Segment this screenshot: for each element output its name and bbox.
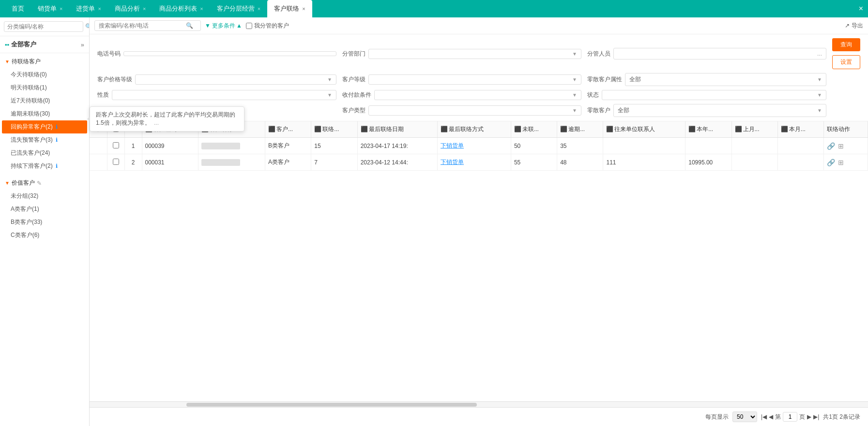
search-box: 🔍	[94, 20, 201, 31]
sidebar-search-button[interactable]: 🔍	[85, 23, 90, 30]
horizontal-scrollbar[interactable]	[90, 401, 868, 407]
page-number-input[interactable]	[783, 412, 797, 422]
dept-filter-row: 分管部门 ▼	[342, 38, 581, 69]
sidebar-pending-title[interactable]: ▼ 待联络客户	[0, 55, 89, 68]
customer-type-dropdown[interactable]: ▼	[368, 105, 581, 116]
table-row: 2 000031 A类客户 7	[90, 154, 868, 171]
link-icon[interactable]: 🔗	[827, 142, 835, 150]
td-unread: 55	[511, 154, 557, 171]
close-icon[interactable]: ×	[200, 6, 203, 12]
grid-icon[interactable]: ⊞	[838, 159, 844, 166]
nav-product-analysis-list[interactable]: 商品分析列表 ×	[152, 0, 210, 17]
td-last-date: 2023-04-12 14:44:	[357, 154, 437, 171]
th-contact-count: ⬛联络...	[311, 121, 357, 138]
person-field[interactable]: ...	[613, 48, 826, 59]
close-active-icon[interactable]: ×	[302, 6, 305, 12]
info-icon[interactable]: ℹ	[56, 124, 58, 130]
td-last-method: 下销货单	[438, 154, 511, 171]
edit-icon[interactable]: ✎	[37, 180, 42, 187]
td-settings	[90, 154, 107, 171]
close-icon[interactable]: ×	[60, 6, 62, 12]
retail-customer-label: 零散客户	[587, 106, 610, 115]
th-category: ⬛客户...	[265, 121, 311, 138]
next-page-button[interactable]: ▶	[807, 413, 811, 420]
gender-dropdown[interactable]: ▼	[112, 90, 336, 100]
grid-icon[interactable]: ⊞	[838, 142, 844, 150]
payment-dropdown[interactable]: ▼	[374, 90, 581, 100]
sidebar-class-a[interactable]: A类客户(1)	[0, 203, 89, 216]
close-icon[interactable]: ×	[258, 6, 260, 12]
my-customers-filter[interactable]: 我分管的客户	[246, 22, 289, 30]
customer-level-dropdown[interactable]: ▼	[368, 74, 581, 85]
dept-dropdown[interactable]: ▼	[368, 49, 581, 59]
td-contact-count: 15	[311, 138, 357, 154]
chevron-down-icon: ▼	[817, 77, 822, 82]
prev-page-button[interactable]: ◀	[769, 413, 773, 420]
phone-input-field[interactable]	[123, 51, 336, 56]
search-input[interactable]	[99, 22, 186, 29]
last-page-button[interactable]: ▶|	[813, 413, 819, 420]
sidebar-tomorrow-pending[interactable]: 明天待联络(1)	[0, 81, 89, 94]
nav-sales-order[interactable]: 销货单 ×	[31, 0, 69, 17]
sidebar-value-title[interactable]: ▼ 价值客户 ✎	[0, 176, 89, 190]
td-contact-count: 7	[311, 154, 357, 171]
more-conditions-button[interactable]: ▼ 更多条件 ▲	[205, 22, 242, 30]
export-button[interactable]: ↗ 导出	[845, 22, 863, 30]
sidebar-ungrouped[interactable]: 未分组(32)	[0, 190, 89, 203]
retail-attr-dropdown[interactable]: 全部 ▼	[625, 73, 826, 86]
sidebar-pending-section: ▼ 待联络客户 今天待联络(0) 明天待联络(1) 近7天待联络(0) 逾期未联…	[0, 53, 89, 175]
info-icon[interactable]: ℹ	[56, 137, 58, 143]
close-icon[interactable]: ×	[98, 6, 101, 12]
nav-product-analysis[interactable]: 商品分析 ×	[108, 0, 152, 17]
status-label: 状态	[587, 91, 599, 99]
close-icon[interactable]: ×	[143, 6, 146, 12]
search-icon[interactable]: 🔍	[186, 22, 193, 29]
right-content: 🔍 ▼ 更多条件 ▲ 我分管的客户 ↗ 导出 电话号码	[90, 17, 868, 426]
sidebar-overdue-contact[interactable]: 逾期未联络(30)	[0, 107, 89, 120]
phone-filter-row: 电话号码	[97, 38, 336, 69]
info-icon[interactable]: ℹ	[56, 163, 58, 169]
th-last-method: ⬛最后联络方式	[438, 121, 511, 138]
sidebar-all-customers[interactable]: ▪▪ 全部客户 »	[0, 36, 89, 53]
sidebar-today-pending[interactable]: 今天待联络(0)	[0, 68, 89, 81]
td-overdue: 35	[557, 138, 603, 154]
settings-button[interactable]: 设置	[832, 55, 860, 69]
row-checkbox[interactable]	[113, 142, 119, 148]
nav-customer-segment[interactable]: 客户分层经营 ×	[210, 0, 267, 17]
per-page-select[interactable]: 50 20 100	[732, 411, 757, 422]
scrollbar-thumb[interactable]	[186, 403, 477, 407]
sidebar-class-b[interactable]: B类客户(33)	[0, 216, 89, 229]
sidebar-search-input[interactable]	[4, 21, 83, 32]
link-icon[interactable]: 🔗	[827, 159, 835, 166]
customer-type-label: 客户类型	[342, 106, 365, 115]
nav-purchase-order[interactable]: 进货单 ×	[69, 0, 107, 17]
sidebar-collapse-button[interactable]: »	[81, 41, 84, 48]
sidebar-7days-pending[interactable]: 近7天待联络(0)	[0, 94, 89, 107]
chevron-down-icon: ▼	[327, 92, 332, 98]
status-row: 状态 ▼	[587, 90, 826, 100]
sidebar-repurchase-anomaly[interactable]: 回购异常客户(2) ℹ	[2, 120, 87, 133]
row-checkbox[interactable]	[113, 159, 119, 165]
retail-customer-dropdown[interactable]: 全部 ▼	[613, 104, 826, 117]
sidebar-churned[interactable]: 已流失客户(24)	[0, 147, 89, 160]
status-dropdown[interactable]: ▼	[602, 90, 826, 100]
th-unread: ⬛未联...	[511, 121, 557, 138]
payment-row: 收付款条件 ▼	[342, 90, 581, 100]
nav-home[interactable]: 首页	[5, 0, 31, 17]
action-icons: 🔗 ⊞	[827, 142, 865, 150]
query-button[interactable]: 查询	[832, 38, 860, 51]
window-close-button[interactable]: ×	[859, 4, 863, 13]
td-overdue: 48	[557, 154, 603, 171]
sidebar-value-section: ▼ 价值客户 ✎ 未分组(32) A类客户(1) B类客户(33) C类客户(6…	[0, 175, 89, 244]
sidebar-churn-warning[interactable]: 流失预警客户(3) ℹ	[0, 133, 89, 147]
top-navigation: 首页 销货单 × 进货单 × 商品分析 × 商品分析列表 × 客户分层经营 × …	[0, 0, 868, 17]
th-contacts: ⬛往来单位联系人	[603, 121, 685, 138]
main-layout: 🔍 ▪▪ 全部客户 » ▼ 待联络客户 今天待联络(0) 明天待联络(1) 近7…	[0, 17, 868, 426]
first-page-button[interactable]: |◀	[761, 413, 767, 420]
my-customers-checkbox[interactable]	[246, 23, 252, 29]
sidebar-class-c[interactable]: C类客户(6)	[0, 229, 89, 242]
nav-customer-contact[interactable]: 客户联络 ×	[267, 0, 312, 17]
td-this-year: 10995.00	[685, 154, 731, 171]
sidebar-declining[interactable]: 持续下滑客户(2) ℹ	[0, 160, 89, 173]
price-level-dropdown[interactable]: ▼	[135, 74, 336, 85]
